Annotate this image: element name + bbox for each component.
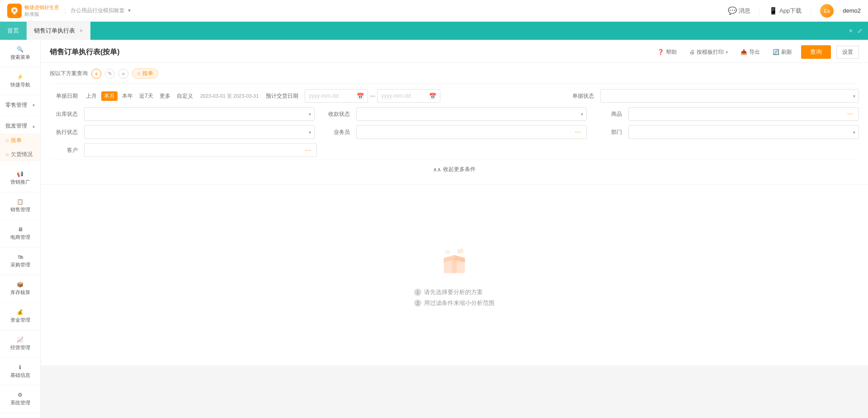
execute-label: 执行状态 xyxy=(50,128,81,136)
status-select-wrapper: ▾ xyxy=(600,89,859,103)
logo-area: 畅捷进销好生意 标准版 xyxy=(7,4,59,18)
date-start-input[interactable]: yyyy-mm-dd 📅 xyxy=(305,89,368,103)
date-tab-this-year[interactable]: 本年 xyxy=(120,91,135,101)
expected-date-label: 预计交货日期 xyxy=(266,92,302,100)
message-btn[interactable]: 💬 消息 xyxy=(728,6,750,15)
filter-delivery-group: 出库状态 ▾ xyxy=(50,107,315,121)
salesperson-dots-icon[interactable]: ··· xyxy=(573,128,583,136)
search-btn[interactable]: 查询 xyxy=(801,45,831,59)
sidebar-item-quicknav[interactable]: ⚡ 快捷导航 xyxy=(0,70,40,92)
help-btn[interactable]: ❓ 帮助 xyxy=(654,47,680,58)
sidebar-item-inventory[interactable]: 📦 库存核算 xyxy=(0,278,40,299)
tab-close-all-icon[interactable]: × xyxy=(849,27,853,34)
date-end-input[interactable]: yyyy-mm-dd 📅 xyxy=(377,89,440,103)
sidebar: 🔍 搜索菜单 ⚡ 快捷导航 零售管理 ▾ 批发管理 ▴ xyxy=(0,40,41,418)
user-avatar[interactable]: Ea xyxy=(820,4,834,18)
delivery-select[interactable] xyxy=(84,107,315,121)
filter-expected-date-group: 预计交货日期 yyyy-mm-dd 📅 — yyyy-mm-dd 📅 xyxy=(266,89,559,103)
date-tab-last-month[interactable]: 上月 xyxy=(84,91,99,101)
export-btn[interactable]: 📤 导出 xyxy=(737,47,764,58)
goods-input[interactable]: ··· xyxy=(628,107,859,121)
sidebar-finance-section: 💰 资金管理 xyxy=(0,303,40,330)
collapse-label: 收起更多条件 xyxy=(443,166,476,173)
department-select-wrapper: ▾ xyxy=(628,125,859,139)
delivery-select-wrapper: ▾ xyxy=(84,107,315,121)
date-tab-7days[interactable]: 近7天 xyxy=(137,91,155,101)
date-tab-more[interactable]: 更多 xyxy=(158,91,172,101)
filter-row-1: 单据日期 上月 本月 本年 近7天 更多 自定义 2023-03-01 至 20… xyxy=(50,89,859,103)
salesperson-input[interactable]: ··· xyxy=(356,125,587,139)
help-icon: ❓ xyxy=(657,49,664,55)
svg-point-10 xyxy=(458,265,459,266)
app-download-btn[interactable]: 📱 App下载 xyxy=(769,7,802,15)
scheme-collapse-btn[interactable]: « xyxy=(118,69,128,79)
customer-input[interactable]: ··· xyxy=(84,143,317,157)
sidebar-item-system[interactable]: ⚙ 系统管理 xyxy=(0,388,40,410)
filter-customer-group: 客户 ··· xyxy=(50,143,317,157)
print-btn[interactable]: 🖨 按模板打印 ▾ xyxy=(686,47,731,58)
sidebar-item-search[interactable]: 🔍 搜索菜单 xyxy=(0,43,40,64)
date-end-icon[interactable]: 📅 xyxy=(429,93,436,100)
sidebar-item-purchase[interactable]: 🛍 采购管理 xyxy=(0,250,40,272)
user-name[interactable]: demo2 xyxy=(843,7,861,14)
sidebar-item-business[interactable]: 📈 经营管理 xyxy=(0,333,40,355)
sidebar-basic-section: ℹ 基础信息 xyxy=(0,358,40,385)
tab-bar-spacer xyxy=(90,22,844,40)
sidebar-sub-item-debt[interactable]: ○ 欠货情况 xyxy=(0,147,40,162)
tab-home[interactable]: 首页 xyxy=(0,22,27,40)
order-sub-icon: ○ xyxy=(5,137,9,144)
header-divider2 xyxy=(811,7,811,14)
customer-dots-icon[interactable]: ··· xyxy=(303,146,313,154)
scheme-edit-btn[interactable]: ✎ xyxy=(105,69,115,79)
filter-panel: 按以下方案查询 + ✎ « ○ 按单 单据日期 上月 xyxy=(41,63,868,185)
content-area: 销售订单执行表(按单) ❓ 帮助 🖨 按模板打印 ▾ 📤 导出 xyxy=(41,40,868,418)
scheme-label: 按以下方案查询 xyxy=(50,70,88,77)
sidebar-item-sales[interactable]: 📋 销售管理 xyxy=(0,195,40,217)
tab-sales-order[interactable]: 销售订单执行表 × xyxy=(27,22,90,40)
print-icon: 🖨 xyxy=(689,49,695,55)
execute-select[interactable] xyxy=(84,125,315,139)
page-header: 销售订单执行表(按单) ❓ 帮助 🖨 按模板打印 ▾ 📤 导出 xyxy=(41,40,868,63)
sidebar-item-basic[interactable]: ℹ 基础信息 xyxy=(0,361,40,382)
tab-expand-icon[interactable]: ⤢ xyxy=(857,27,863,34)
goods-dots-icon[interactable]: ··· xyxy=(845,110,855,118)
svg-point-9 xyxy=(451,265,452,266)
scheme-add-btn[interactable]: + xyxy=(91,69,101,79)
tab-close-btn[interactable]: × xyxy=(80,28,83,34)
sidebar-item-finance[interactable]: 💰 资金管理 xyxy=(0,305,40,327)
sidebar-item-ecommerce[interactable]: 🖥 电商管理 xyxy=(0,223,40,244)
help-label: 帮助 xyxy=(666,48,677,56)
app-logo-text: 畅捷进销好生意 标准版 xyxy=(24,4,59,17)
collection-select[interactable] xyxy=(356,107,587,121)
status-select[interactable] xyxy=(600,89,859,103)
sidebar-item-marketing[interactable]: 📢 营销推广 xyxy=(0,167,40,189)
date-tab-this-month[interactable]: 本月 xyxy=(101,91,118,101)
sidebar-system-section: ⚙ 系统管理 xyxy=(0,385,40,413)
collapse-btn[interactable]: ∧∧ 收起更多条件 xyxy=(428,164,481,175)
delivery-label: 出库状态 xyxy=(50,110,81,118)
order-sub-label: 按单 xyxy=(11,137,22,144)
filter-execute-group: 执行状态 ▾ xyxy=(50,125,315,139)
top-header: 畅捷进销好生意 标准版 办公用品行业模拟账套 ▾ 💬 消息 📱 App下载 Ea… xyxy=(0,0,868,22)
scheme-selected[interactable]: ○ 按单 xyxy=(132,68,158,79)
date-range-text: 2023-03-01 至 2023-03-31 xyxy=(200,93,259,100)
sidebar-item-corp[interactable]: 🤝 企业协同 xyxy=(0,416,40,418)
department-select[interactable] xyxy=(628,125,859,139)
sidebar-marketing-section: 📢 营销推广 xyxy=(0,165,40,192)
settings-btn[interactable]: 设置 xyxy=(836,46,859,59)
date-separator: — xyxy=(370,93,375,99)
filter-goods-group: 商品 ··· xyxy=(594,107,859,121)
export-label: 导出 xyxy=(749,48,760,56)
sidebar-item-wholesale[interactable]: 批发管理 ▴ xyxy=(0,119,40,133)
sidebar-sub-item-order[interactable]: ○ 按单 xyxy=(0,133,40,147)
results-area: 1 请先选择要分析的方案 2 用过滤条件来缩小分析范围 xyxy=(41,185,868,366)
date-start-icon[interactable]: 📅 xyxy=(357,93,364,100)
filter-collection-group: 收款状态 ▾ xyxy=(322,107,587,121)
basic-icon: ℹ xyxy=(19,364,21,370)
system-label: 系统管理 xyxy=(10,399,30,406)
sidebar-item-retail[interactable]: 零售管理 ▾ xyxy=(0,98,40,113)
scheme-name: 按单 xyxy=(142,70,153,77)
date-tab-custom[interactable]: 自定义 xyxy=(175,91,195,101)
refresh-btn[interactable]: 🔄 刷新 xyxy=(769,47,796,58)
svg-rect-4 xyxy=(452,258,457,273)
